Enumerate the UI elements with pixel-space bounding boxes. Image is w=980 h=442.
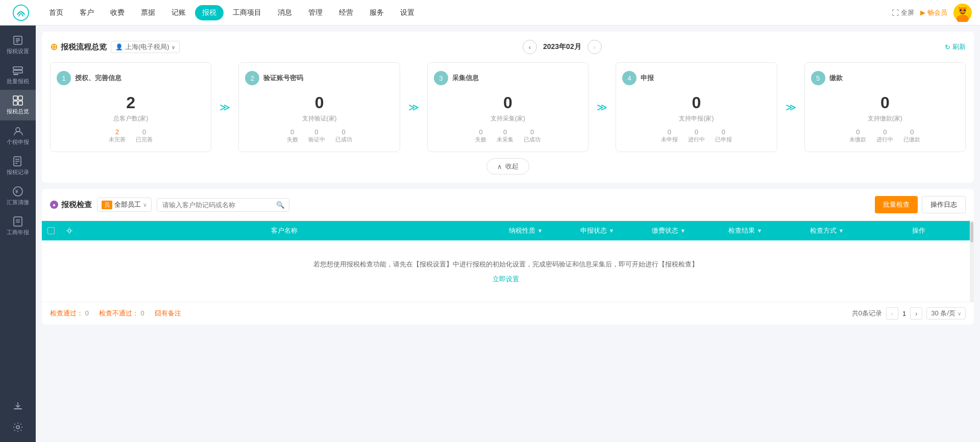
- select-all-checkbox[interactable]: [47, 227, 55, 234]
- collapse-button[interactable]: ∧ 收起: [486, 158, 529, 175]
- card-big-number-5: 0: [811, 93, 959, 112]
- th-check-method: 检查方式 ▼: [786, 221, 868, 240]
- svg-rect-14: [18, 96, 22, 100]
- sidebar-item-download[interactable]: [10, 395, 26, 416]
- nav-industrial[interactable]: 工商项目: [226, 5, 268, 20]
- nav-operation[interactable]: 经营: [332, 5, 360, 20]
- stat-fail-2-val[interactable]: 0: [287, 128, 298, 136]
- nav-invoice[interactable]: 票据: [134, 5, 162, 20]
- stat-filed: 0 已申报: [715, 128, 732, 143]
- staff-select[interactable]: 员 全部员工 ∨: [97, 198, 152, 212]
- sidebar-item-settlement[interactable]: ¥ 汇算清缴: [0, 181, 36, 211]
- nav-message[interactable]: 消息: [271, 5, 299, 20]
- nav-client[interactable]: 客户: [72, 5, 101, 20]
- svg-rect-10: [13, 67, 22, 69]
- sidebar-item-annual-report[interactable]: 工商年报: [0, 211, 36, 241]
- stat-verified-lbl: 已成功: [335, 136, 352, 143]
- nav-service[interactable]: 服务: [362, 5, 391, 20]
- svg-rect-15: [13, 101, 17, 105]
- batch-tax-icon: [12, 65, 23, 76]
- stat-not-paid-val[interactable]: 0: [849, 128, 866, 136]
- stat-incomplete-lbl: 未完善: [109, 136, 126, 143]
- stat-not-collected-lbl: 未采集: [497, 136, 513, 143]
- th-operation: 操作: [868, 221, 970, 240]
- top-nav: 首页 客户 收费 票据 记账 报税 工商项目 消息 管理 经营 服务 设置 ⛶ …: [0, 0, 980, 26]
- table-header: 客户名称 纳税性质 ▼ 申报状态 ▼ 缴费状态 ▼: [42, 221, 970, 240]
- stat-paying-val[interactable]: 0: [876, 128, 893, 136]
- payment-status-filter-icon[interactable]: ▼: [680, 228, 686, 234]
- stat-not-filed-val[interactable]: 0: [661, 128, 678, 136]
- svg-rect-24: [14, 217, 22, 226]
- stat-paid: 0 已缴款: [903, 128, 920, 143]
- stat-fail-3: 0 失败: [475, 128, 486, 143]
- stat-collected-val[interactable]: 0: [524, 128, 541, 136]
- filing-status-filter-icon[interactable]: ▼: [609, 228, 615, 234]
- tax-settings-label: 报税设置: [7, 48, 29, 55]
- table-wrapper: 客户名称 纳税性质 ▼ 申报状态 ▼ 缴费状态 ▼: [42, 221, 974, 302]
- stat-paid-val[interactable]: 0: [903, 128, 920, 136]
- sidebar-item-personal-tax[interactable]: 个税申报: [0, 120, 36, 151]
- stat-incomplete-val[interactable]: 2: [109, 128, 126, 136]
- fail-val[interactable]: 0: [140, 309, 144, 317]
- fullscreen-button[interactable]: ⛶ 全屏: [892, 8, 914, 17]
- nav-settings[interactable]: 设置: [393, 5, 422, 20]
- search-button[interactable]: 🔍: [272, 199, 289, 211]
- nav-bookkeeping[interactable]: 记账: [164, 5, 193, 20]
- nav-management[interactable]: 管理: [301, 5, 330, 20]
- stat-fail: 检查不通过： 0: [99, 309, 144, 318]
- sidebar-item-gear[interactable]: [10, 416, 26, 438]
- pass-val[interactable]: 0: [85, 309, 89, 317]
- step-badge-3: 3: [434, 71, 448, 85]
- check-actions: 批量检查 操作日志: [875, 196, 966, 213]
- stat-filing-lbl: 进行中: [688, 136, 705, 143]
- sidebar-bottom: [10, 395, 26, 442]
- svg-point-4: [960, 9, 962, 11]
- stat-filing-val[interactable]: 0: [688, 128, 705, 136]
- tax-nature-filter-icon[interactable]: ▼: [537, 228, 543, 234]
- stat-complete-val[interactable]: 0: [136, 128, 153, 136]
- member-button[interactable]: ▶ 畅会员: [920, 8, 947, 17]
- next-month-button[interactable]: ›: [587, 40, 602, 54]
- avatar[interactable]: [953, 4, 972, 22]
- sidebar-item-batch-tax[interactable]: 批量报税: [0, 60, 36, 90]
- prev-page-button[interactable]: ‹: [886, 307, 898, 320]
- setup-link[interactable]: 立即设置: [493, 275, 519, 284]
- stat-paying: 0 进行中: [876, 128, 893, 143]
- sidebar-item-tax-overview[interactable]: 报税总览: [0, 90, 36, 120]
- sidebar-item-tax-settings[interactable]: 报税设置: [0, 30, 36, 60]
- search-input[interactable]: [157, 199, 272, 211]
- prev-month-button[interactable]: ‹: [523, 40, 537, 54]
- check-method-filter-icon[interactable]: ▼: [839, 228, 844, 234]
- scrollbar[interactable]: [970, 221, 974, 302]
- th-settings: [60, 221, 79, 240]
- operation-log-button[interactable]: 操作日志: [922, 196, 966, 213]
- nav-fee[interactable]: 收费: [103, 5, 132, 20]
- stat-fail-3-lbl: 失败: [475, 136, 486, 143]
- card-title-4: 申报: [641, 73, 654, 83]
- flow-card-2: 2 验证账号密码 0 支持验证(家) 0 失败 0 验证中: [238, 62, 400, 152]
- sidebar-item-tax-record[interactable]: 报税记录: [0, 151, 36, 181]
- current-page: 1: [902, 310, 906, 317]
- stat-collected: 0 已成功: [524, 128, 541, 143]
- location-tag[interactable]: 👤 上海(电子税局) ∨: [111, 41, 180, 53]
- stat-filed-lbl: 已申报: [715, 136, 732, 143]
- svg-point-0: [13, 5, 29, 20]
- stat-fail-3-val[interactable]: 0: [475, 128, 486, 136]
- stat-filing: 0 进行中: [688, 128, 705, 143]
- check-result-filter-icon[interactable]: ▼: [757, 228, 763, 234]
- svg-text:¥: ¥: [15, 189, 18, 194]
- nav-home[interactable]: 首页: [42, 5, 70, 20]
- stat-paying-lbl: 进行中: [876, 136, 893, 143]
- stat-fail-2-lbl: 失败: [287, 136, 298, 143]
- stat-not-collected-val[interactable]: 0: [497, 128, 513, 136]
- refresh-button[interactable]: ↻ 刷新: [945, 42, 966, 52]
- per-page-select[interactable]: 30 条/页 ∨: [926, 307, 966, 320]
- stat-filed-val[interactable]: 0: [715, 128, 732, 136]
- nav-tax[interactable]: 报税: [195, 5, 224, 20]
- stat-complete-lbl: 已完善: [136, 136, 153, 143]
- stat-verifying-val[interactable]: 0: [308, 128, 325, 136]
- stat-verified-val[interactable]: 0: [335, 128, 352, 136]
- batch-check-button[interactable]: 批量检查: [875, 196, 918, 213]
- next-page-button[interactable]: ›: [910, 307, 922, 320]
- card-stats-5: 0 未缴款 0 进行中 0 已缴款: [811, 128, 959, 143]
